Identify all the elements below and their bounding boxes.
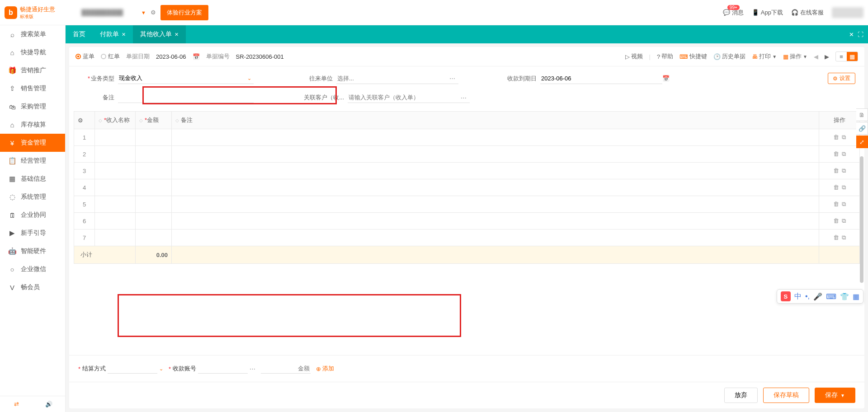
delete-row-icon[interactable]: 🗑 <box>833 201 839 207</box>
support-button[interactable]: 🎧 在线客服 <box>791 9 824 17</box>
gear-icon[interactable]: ⚙ <box>151 9 156 16</box>
save-button[interactable]: 保存▼ <box>815 388 855 403</box>
discard-button[interactable]: 放弃 <box>724 388 758 403</box>
ime-lang-button[interactable]: 中 <box>794 292 802 301</box>
delete-row-icon[interactable]: 🗑 <box>833 234 839 241</box>
messages-button[interactable]: 💬 消息 99+ <box>723 9 744 17</box>
blue-receipt-radio[interactable]: 蓝单 <box>75 52 94 61</box>
more-icon[interactable]: ⋯ <box>449 75 455 82</box>
operations-link[interactable]: ▦操作▼ <box>783 52 807 61</box>
sidebar-item-8[interactable]: ▦基础信息 <box>0 170 65 188</box>
copy-row-icon[interactable]: ⧉ <box>842 217 846 224</box>
sidebar-sound-button[interactable]: 🔊 <box>33 396 65 412</box>
more-icon[interactable]: ⋯ <box>461 94 467 101</box>
ime-mic-icon[interactable]: 🎤 <box>813 292 822 301</box>
ime-punct-icon[interactable]: •, <box>805 292 810 300</box>
user-avatar[interactable] <box>832 7 863 18</box>
rail-link-icon[interactable]: 🔗 <box>856 122 868 135</box>
sidebar-item-2[interactable]: 🎁营销推广 <box>0 61 65 80</box>
help-link[interactable]: ?帮助 <box>657 52 673 61</box>
sidebar-item-13[interactable]: ○企业微信 <box>0 260 65 278</box>
view-card-button[interactable]: ▦ <box>847 52 858 61</box>
table-row[interactable]: 4🗑⧉ <box>74 179 860 196</box>
settlement-method-input[interactable] <box>108 364 157 374</box>
view-list-button[interactable]: ≡ <box>836 52 847 61</box>
calendar-icon[interactable]: 📅 <box>662 75 670 82</box>
scrollbar-thumb[interactable] <box>860 156 863 283</box>
copy-row-icon[interactable]: ⧉ <box>842 234 846 241</box>
tab-close-all-icon[interactable]: ✕ <box>849 31 854 38</box>
shortcut-link[interactable]: ⌨快捷键 <box>679 52 707 61</box>
sidebar-item-10[interactable]: 🗓企业协同 <box>0 206 65 224</box>
sidebar-item-12[interactable]: 🤖智能硬件 <box>0 242 65 260</box>
table-row[interactable]: 2🗑⧉ <box>74 146 860 163</box>
ime-menu-icon[interactable]: ▦ <box>853 292 859 301</box>
table-row[interactable]: 7🗑⧉ <box>74 229 860 246</box>
sidebar-item-1[interactable]: ⌂快捷导航 <box>0 43 65 61</box>
sidebar-item-11[interactable]: ▶新手引导 <box>0 224 65 242</box>
grid-settings-icon[interactable]: ⚙ <box>78 117 83 124</box>
due-date-input[interactable] <box>540 73 662 84</box>
table-row[interactable]: 1🗑⧉ <box>74 129 860 146</box>
settings-button[interactable]: ⚙设置 <box>828 73 855 84</box>
related-customer-input[interactable] <box>348 92 470 103</box>
calendar-icon[interactable]: 📅 <box>193 53 200 60</box>
copy-row-icon[interactable]: ⧉ <box>842 184 846 191</box>
copy-row-icon[interactable]: ⧉ <box>842 134 846 140</box>
close-icon[interactable]: ✕ <box>175 32 179 37</box>
tab-0[interactable]: 首页 <box>66 25 93 43</box>
ime-keyboard-icon[interactable]: ⌨ <box>826 292 836 301</box>
remark-input[interactable] <box>118 92 254 103</box>
delete-row-icon[interactable]: 🗑 <box>833 184 839 191</box>
table-row[interactable]: 3🗑⧉ <box>74 163 860 179</box>
tab-fullscreen-icon[interactable]: ⛶ <box>858 31 863 38</box>
add-settlement-button[interactable]: ⊕ 添加 <box>316 365 334 373</box>
settlement-amount-input[interactable] <box>261 364 311 374</box>
sidebar-item-7[interactable]: 📋经营管理 <box>0 152 65 170</box>
sidebar-item-label: 搜索菜单 <box>21 30 46 38</box>
save-draft-button[interactable]: 保存草稿 <box>763 388 809 403</box>
doc-date-value[interactable]: 2023-06-06 <box>156 53 186 60</box>
next-button[interactable]: ▶ <box>825 53 829 60</box>
chevron-down-icon[interactable]: ⌄ <box>159 366 163 372</box>
sidebar-item-14[interactable]: V畅会员 <box>0 278 65 296</box>
tab-2[interactable]: 其他收入单✕ <box>133 25 186 43</box>
more-icon[interactable]: ⋯ <box>250 365 255 372</box>
org-selector[interactable]: ██████████ <box>81 9 123 16</box>
partner-input[interactable] <box>336 73 458 84</box>
delete-row-icon[interactable]: 🗑 <box>833 167 839 174</box>
sidebar-item-6[interactable]: ¥资金管理 <box>0 134 65 152</box>
app-download-button[interactable]: 📱 App下载 <box>752 9 783 17</box>
ime-skin-icon[interactable]: 👕 <box>840 292 849 301</box>
copy-row-icon[interactable]: ⧉ <box>842 201 846 207</box>
tab-1[interactable]: 付款单✕ <box>93 25 133 43</box>
delete-row-icon[interactable]: 🗑 <box>833 150 839 157</box>
red-receipt-radio[interactable]: 红单 <box>101 52 120 61</box>
rail-note-icon[interactable]: 🗎 <box>856 108 868 121</box>
sidebar-item-3[interactable]: ⇧销售管理 <box>0 80 65 98</box>
sidebar-item-9[interactable]: ◌系统管理 <box>0 188 65 206</box>
prev-button[interactable]: ◀ <box>814 53 818 60</box>
copy-row-icon[interactable]: ⧉ <box>842 150 846 157</box>
table-row[interactable]: 6🗑⧉ <box>74 213 860 229</box>
video-link[interactable]: ▷视频 <box>625 52 643 61</box>
rail-expand-icon[interactable]: ⤢ <box>856 136 868 148</box>
table-row[interactable]: 5🗑⧉ <box>74 196 860 213</box>
chevron-down-icon[interactable]: ▼ <box>141 10 146 15</box>
sidebar-collapse-button[interactable]: ⇄ <box>0 396 33 412</box>
history-icon: 🕑 <box>713 53 721 60</box>
history-link[interactable]: 🕑历史单据 <box>713 52 745 61</box>
print-link[interactable]: 🖶打印▼ <box>752 52 777 61</box>
delete-row-icon[interactable]: 🗑 <box>833 217 839 224</box>
sidebar-item-5[interactable]: ⌂库存核算 <box>0 116 65 134</box>
close-icon[interactable]: ✕ <box>122 32 126 37</box>
delete-row-icon[interactable]: 🗑 <box>833 134 839 140</box>
receiving-account-input[interactable] <box>198 364 248 374</box>
trial-industry-button[interactable]: 体验行业方案 <box>160 5 208 20</box>
ime-toolbar[interactable]: S 中 •, 🎤 ⌨ 👕 ▦ <box>777 289 863 304</box>
chevron-down-icon[interactable]: ⌄ <box>247 75 251 81</box>
sidebar-item-0[interactable]: ⌕搜索菜单 <box>0 25 65 43</box>
copy-row-icon[interactable]: ⧉ <box>842 167 846 174</box>
sidebar-item-4[interactable]: 🛍采购管理 <box>0 98 65 116</box>
biz-type-input[interactable] <box>118 73 254 84</box>
